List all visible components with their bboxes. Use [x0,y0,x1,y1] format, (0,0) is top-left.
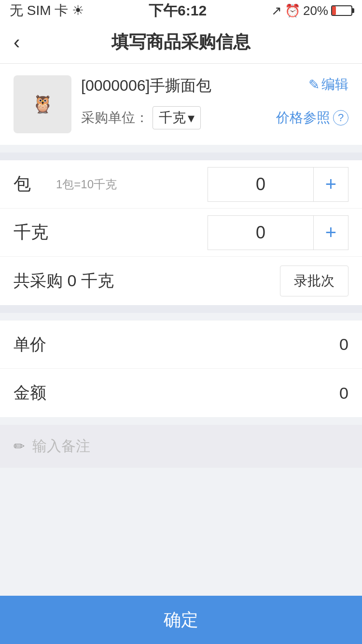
total-label: 共采购 0 千克 [14,270,114,292]
content-spacer [0,468,362,584]
section-divider-1 [0,153,362,160]
note-section[interactable]: ✏ 输入备注 [0,425,362,468]
pack-row: 包 1包=10千克 + [0,160,362,209]
nav-bar: ‹ 填写商品采购信息 [0,21,362,64]
status-bar: 无 SIM 卡 ☀ 下午6:12 ↗ ⏰ 20% [0,0,362,21]
pack-label: 包 [14,172,52,196]
unit-price-value: 0 [339,335,348,354]
status-left: 无 SIM 卡 ☀ [10,1,84,20]
edit-icon: ✎ [308,77,320,93]
chevron-down-icon: ▾ [188,110,195,126]
input-section: 包 1包=10千克 + 千克 + [0,160,362,257]
confirm-button[interactable]: 确定 [0,596,362,644]
price-ref-button[interactable]: 价格参照 ? [276,109,348,127]
unit-value: 千克 [159,109,186,127]
amount-label: 金额 [14,382,46,404]
product-info: [0000006]手撕面包 ✎ 编辑 采购单位： 千克 ▾ [81,75,348,129]
record-batch-button[interactable]: 录批次 [280,266,348,296]
help-icon: ? [333,110,348,126]
product-name: [0000006]手撕面包 [81,75,211,97]
unit-price-label: 单价 [14,334,46,356]
unit-price-row: 单价 0 [0,321,362,369]
product-card: 🦉 [0000006]手撕面包 ✎ 编辑 采购单位： 千克 ▾ [0,64,362,145]
page-title: 填写商品采购信息 [111,30,251,54]
pack-plus-button[interactable]: + [314,167,348,202]
price-ref-label: 价格参照 [276,109,330,127]
section-divider-2 [0,305,362,313]
sim-label: 无 SIM 卡 ☀ [10,1,84,20]
battery-percent: 20% [303,3,328,18]
kg-plus-button[interactable]: + [314,215,348,250]
amount-row: 金额 0 [0,369,362,417]
status-right: ↗ ⏰ 20% [271,3,352,18]
location-icon: ↗ [271,3,282,18]
back-button[interactable]: ‹ [14,31,20,53]
edit-button[interactable]: ✎ 编辑 [308,75,348,94]
unit-select[interactable]: 千克 ▾ [153,106,201,129]
amount-value: 0 [339,384,348,403]
status-time: 下午6:12 [149,1,207,21]
info-section: 单价 0 金额 0 [0,321,362,417]
total-row: 共采购 0 千克 录批次 [0,257,362,305]
product-logo: 🦉 [32,94,54,114]
pack-sub-label: 1包=10千克 [56,177,117,192]
note-placeholder: 输入备注 [32,436,90,456]
product-image: 🦉 [14,75,71,133]
kg-row: 千克 + [0,209,362,257]
unit-label: 采购单位： [81,109,149,127]
kg-input[interactable] [208,215,314,250]
alarm-icon: ⏰ [285,3,300,18]
pencil-icon: ✏ [14,438,25,454]
pack-input[interactable] [208,167,314,202]
kg-label: 千克 [14,221,52,244]
battery-icon [331,5,352,16]
